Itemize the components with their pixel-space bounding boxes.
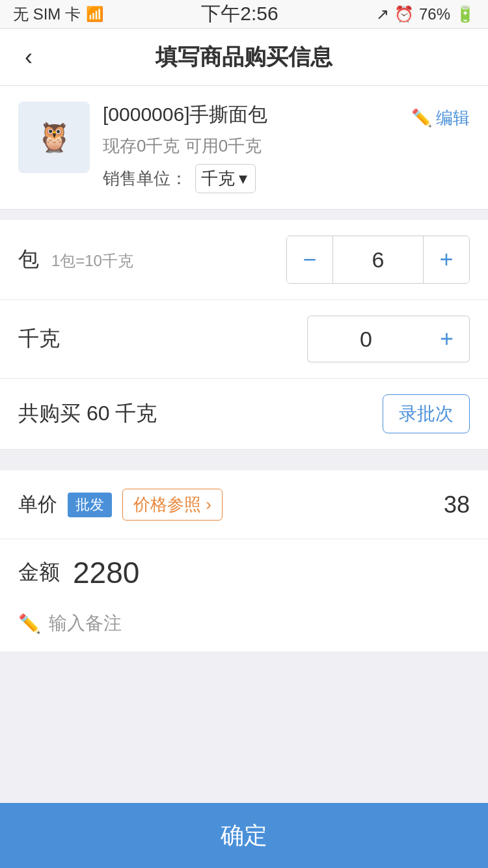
price-ref-button[interactable]: 价格参照 ›	[122, 489, 223, 521]
price-row: 单价 批发 价格参照 › 38	[0, 470, 488, 539]
price-type-tag: 批发	[68, 493, 112, 517]
remark-row[interactable]: ✏️ 输入备注	[18, 601, 470, 651]
kg-qty-input[interactable]	[307, 316, 424, 362]
status-bar: 无 SIM 卡 📶 下午2:56 ↗ ⏰ 76% 🔋	[0, 0, 488, 29]
product-info: [0000006]手撕面包 ✏️ 编辑 现存0千克 可用0千克 销售单位： 千克…	[103, 102, 470, 193]
amount-section: 金额 2280 ✏️ 输入备注	[0, 539, 488, 651]
battery-icon: 🔋	[455, 5, 475, 23]
amount-value: 2280	[73, 555, 139, 590]
kg-plus-button[interactable]: +	[424, 316, 470, 362]
kg-row: 千克 +	[0, 300, 488, 379]
confirm-button[interactable]: 确定	[0, 803, 488, 868]
product-name: [0000006]手撕面包	[103, 102, 267, 128]
separator-2	[0, 450, 488, 460]
carrier-text: 无 SIM 卡	[13, 4, 81, 25]
location-icon: ↗	[376, 5, 389, 23]
price-value: 38	[444, 491, 470, 519]
unit-value: 千克	[201, 167, 235, 190]
total-text: 共购买 60 千克	[18, 400, 157, 428]
status-time: 下午2:56	[201, 1, 278, 27]
kg-control: +	[307, 316, 470, 362]
price-section: 单价 批发 价格参照 › 38	[0, 470, 488, 539]
bao-minus-button[interactable]: −	[287, 236, 332, 283]
bao-label: 包 1包=10千克	[18, 245, 273, 274]
nav-bar: ‹ 填写商品购买信息	[0, 29, 488, 86]
alarm-icon: ⏰	[394, 5, 414, 23]
edit-icon: ✏️	[411, 108, 432, 128]
separator-1	[0, 210, 488, 220]
bao-qty-control: − +	[286, 236, 470, 284]
amount-label: 金额	[18, 558, 60, 587]
bao-row: 包 1包=10千克 − +	[0, 220, 488, 300]
unit-select[interactable]: 千克 ▾	[195, 164, 256, 193]
status-left: 无 SIM 卡 📶	[13, 4, 103, 25]
input-section: 包 1包=10千克 − + 千克 +	[0, 220, 488, 379]
chevron-down-icon: ▾	[239, 169, 247, 189]
unit-label: 销售单位：	[103, 167, 187, 190]
price-label: 单价	[18, 491, 57, 518]
edit-label: 编辑	[436, 107, 470, 129]
total-row: 共购买 60 千克 录批次	[0, 379, 488, 450]
product-owl-icon: 🦉	[36, 120, 72, 154]
page-title: 填写商品购买信息	[156, 42, 332, 72]
bao-qty-input[interactable]	[332, 236, 424, 283]
product-stock: 现存0千克 可用0千克	[103, 135, 470, 157]
edit-button[interactable]: ✏️ 编辑	[411, 107, 470, 129]
amount-row: 金额 2280	[18, 555, 470, 590]
battery-indicator: 76%	[419, 5, 450, 23]
kg-label: 千克	[18, 325, 294, 353]
product-card: 🦉 [0000006]手撕面包 ✏️ 编辑 现存0千克 可用0千克 销售单位： …	[0, 86, 488, 210]
batch-button[interactable]: 录批次	[383, 394, 470, 433]
remark-placeholder: 输入备注	[49, 611, 122, 636]
back-button[interactable]: ‹	[18, 37, 39, 77]
product-thumbnail: 🦉	[18, 102, 90, 173]
wifi-icon: 📶	[86, 6, 103, 23]
product-unit-row: 销售单位： 千克 ▾	[103, 164, 470, 193]
bao-plus-button[interactable]: +	[424, 236, 469, 283]
bao-hint: 1包=10千克	[51, 252, 133, 269]
status-right: ↗ ⏰ 76% 🔋	[376, 5, 475, 23]
pencil-icon: ✏️	[18, 613, 41, 634]
